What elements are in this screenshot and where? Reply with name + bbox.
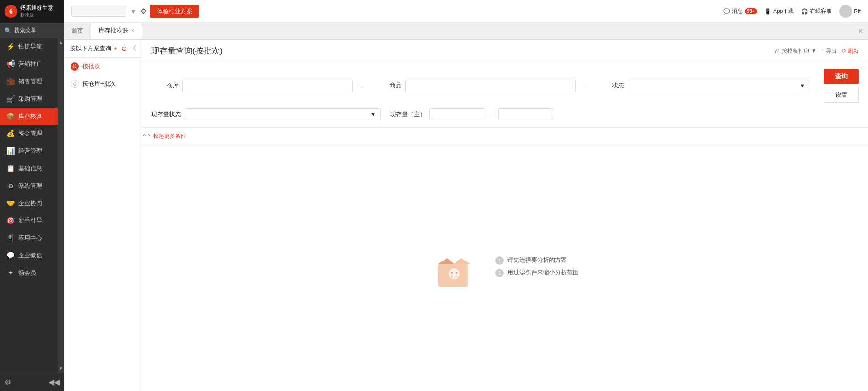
experience-button[interactable]: 体验行业方案 (150, 5, 199, 18)
scheme-item-batch[interactable]: 按 按批次 (64, 58, 142, 75)
product-more-button[interactable]: ... (579, 82, 588, 89)
filter-area: 仓库 ... 商品 ... 状态 (142, 62, 868, 127)
sidebar-item-member[interactable]: ✦ 畅会员 (0, 264, 58, 282)
app-download-button[interactable]: 📱 App下载 (764, 7, 794, 15)
refresh-label: 刷新 (848, 47, 859, 55)
sidebar-item-finance[interactable]: 💰 资金管理 (0, 125, 58, 142)
sidebar-item-apps[interactable]: 📱 应用中心 (0, 229, 58, 247)
page-close-button[interactable]: × (853, 27, 868, 35)
product-label: 商品 (374, 81, 401, 90)
collapse-panel-button[interactable]: 《 (130, 44, 136, 53)
scheme-label-warehouse: 按仓库+批次 (82, 80, 116, 88)
empty-hint-1: 1 请先选择要分析的方案 (495, 256, 579, 265)
sidebar-item-marketing[interactable]: 📢 营销推广 (0, 55, 58, 73)
sidebar: 6 畅康通好生意 标准版 🔍 搜索菜单 ⚡ 快捷导航 📢 营销推广 💼 销售管理… (0, 0, 64, 391)
warehouse-input[interactable] (182, 80, 353, 92)
marketing-icon: 📢 (6, 60, 15, 68)
collapse-filter-button[interactable]: ⌃⌃ 收起更多条件 (142, 130, 186, 143)
scheme-icon-batch: 按 (71, 62, 79, 71)
sidebar-item-inventory[interactable]: 📦 库存核算 (0, 108, 58, 125)
export-button[interactable]: ↑ 导出 (821, 47, 837, 55)
sidebar-item-sales[interactable]: 💼 销售管理 (0, 73, 58, 90)
sidebar-item-system[interactable]: ⚙ 系统管理 (0, 177, 58, 195)
sidebar-item-label: 新手引导 (18, 217, 42, 225)
quick-nav-icon: ⚡ (6, 43, 15, 51)
sidebar-item-label: 库存核算 (18, 112, 42, 120)
sidebar-scroll-down[interactable]: ▼ (58, 364, 64, 373)
sidebar-item-label: 营销推广 (18, 60, 42, 68)
empty-state: 1 请先选择要分析的方案 2 用过滤条件来缩小分析范围 (142, 145, 868, 391)
svg-point-1 (449, 268, 460, 279)
status-label: 状态 (597, 81, 624, 90)
settings-button[interactable]: 设置 (824, 87, 859, 103)
sidebar-scroll-up[interactable]: ▲ (58, 38, 64, 47)
page-header: 现存量查询(按批次) 🖨 按模板打印 ▼ ↑ 导出 ↺ 刷新 (142, 40, 868, 62)
query-button[interactable]: 查询 (824, 69, 859, 84)
collapse-sidebar-icon[interactable]: ◀◀ (49, 378, 60, 386)
warehouse-more-button[interactable]: ... (357, 82, 365, 89)
app-download-label: App下载 (773, 7, 794, 15)
tab-inventory-batch-label: 库存批次账 (99, 27, 128, 35)
user-menu[interactable]: Rit (839, 5, 861, 18)
online-service-button[interactable]: 🎧 在线客服 (801, 7, 832, 15)
scheme-settings-button[interactable]: ⊙ (121, 45, 127, 52)
basics-icon: 📋 (6, 164, 15, 173)
scheme-list: 按 按批次 ⊙ 按仓库+批次 (64, 58, 142, 391)
sidebar-item-wechat[interactable]: 💬 企业微信 (0, 247, 58, 264)
topbar-search-input[interactable] (71, 6, 126, 17)
sidebar-item-enterprise[interactable]: 🤝 企业协同 (0, 195, 58, 212)
topbar-gear-button[interactable]: ⚙ (140, 7, 147, 16)
messages-button[interactable]: 💬 消息 99+ (723, 7, 757, 15)
svg-point-3 (456, 272, 457, 274)
sidebar-search[interactable]: 🔍 搜索菜单 (0, 23, 64, 38)
inv-qty-max-input[interactable] (498, 108, 553, 120)
sidebar-item-label: 采购管理 (18, 95, 42, 103)
topbar-dropdown-button[interactable]: ▼ (130, 8, 137, 15)
filter-row-1: 仓库 ... 商品 ... 状态 (151, 69, 859, 103)
left-panel-actions: ＋ ⊙ 《 (112, 44, 136, 53)
sidebar-item-ops[interactable]: 📊 经营管理 (0, 142, 58, 160)
empty-hint-2: 2 用过滤条件来缩小分析范围 (495, 268, 579, 277)
warehouse-label: 仓库 (151, 81, 179, 90)
sidebar-brand: 畅康通好生意 标准版 (20, 5, 53, 18)
inv-qty-min-input[interactable] (429, 108, 484, 120)
left-panel-header: 按以下方案查询 ＋ ⊙ 《 (64, 40, 142, 58)
inv-status-filter-group: 现存量状态 ▼ (151, 108, 381, 120)
phone-icon: 📱 (764, 8, 771, 15)
online-service-label: 在线客服 (810, 7, 832, 15)
topbar-right: 💬 消息 99+ 📱 App下载 🎧 在线客服 Rit (723, 5, 861, 18)
filter-row-2: 现存量状态 ▼ 现存量（主） — (151, 108, 859, 120)
refresh-button[interactable]: ↺ 刷新 (841, 47, 859, 55)
tab-inventory-batch[interactable]: 库存批次账 × (91, 23, 142, 39)
sidebar-item-guide[interactable]: 🎯 新手引导 (0, 212, 58, 229)
sidebar-search-label: 搜索菜单 (14, 27, 36, 34)
hint-num-2: 2 (495, 269, 504, 277)
sidebar-item-label: 销售管理 (18, 77, 42, 86)
sidebar-logo: 6 (5, 5, 17, 18)
wechat-icon: 💬 (6, 251, 15, 260)
print-dropdown-icon: ▼ (811, 48, 817, 54)
messages-badge: 99+ (745, 8, 757, 14)
avatar (839, 5, 852, 18)
finance-icon: 💰 (6, 130, 15, 138)
sidebar-item-basics[interactable]: 📋 基础信息 (0, 160, 58, 177)
tab-home-label: 首页 (71, 27, 83, 35)
search-icon: 🔍 (5, 27, 11, 34)
status-dropdown[interactable]: ▼ (628, 80, 810, 92)
chevron-up-icon: ⌃⌃ (142, 133, 151, 140)
product-input[interactable] (405, 80, 576, 92)
print-button[interactable]: 🖨 按模板打印 ▼ (775, 47, 817, 55)
add-scheme-button[interactable]: ＋ (112, 44, 119, 53)
page-content: 按以下方案查询 ＋ ⊙ 《 按 按批次 ⊙ 按仓库+批次 (64, 40, 868, 391)
sidebar-item-purchase[interactable]: 🛒 采购管理 (0, 90, 58, 108)
tab-bar: 首页 库存批次账 × × (64, 23, 868, 40)
inv-status-dropdown[interactable]: ▼ (185, 108, 381, 120)
sidebar-item-quick-nav[interactable]: ⚡ 快捷导航 (0, 38, 58, 55)
tab-home[interactable]: 首页 (64, 23, 91, 39)
scheme-item-warehouse-batch[interactable]: ⊙ 按仓库+批次 (64, 75, 142, 92)
tab-close-icon[interactable]: × (131, 27, 134, 34)
system-icon: ⚙ (6, 182, 15, 190)
settings-icon[interactable]: ⚙ (5, 378, 11, 386)
topbar: ▼ ⚙ 体验行业方案 💬 消息 99+ 📱 App下载 🎧 在线客服 Rit (64, 0, 868, 23)
service-icon: 🎧 (801, 8, 808, 15)
